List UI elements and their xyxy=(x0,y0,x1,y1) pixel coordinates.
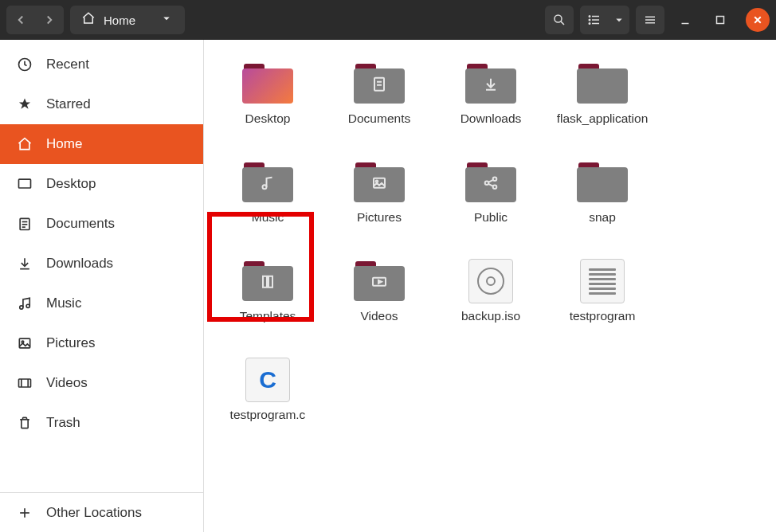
sidebar-item-videos[interactable]: Videos xyxy=(0,363,203,403)
music-icon xyxy=(16,295,33,311)
svg-marker-46 xyxy=(378,280,382,284)
folder-flask-application[interactable]: flask_application xyxy=(547,56,658,151)
folder-music[interactable]: Music xyxy=(212,155,323,250)
share-icon xyxy=(481,174,500,196)
folder-icon xyxy=(465,162,516,202)
sidebar-item-label: Videos xyxy=(46,375,88,391)
search-button[interactable] xyxy=(545,6,574,34)
nav-buttons xyxy=(6,6,64,34)
file-testprogram-c[interactable]: C testprogram.c xyxy=(212,352,323,448)
sidebar-item-label: Other Locations xyxy=(46,505,142,521)
file-backup-iso[interactable]: backup.iso xyxy=(435,253,547,349)
text-file-icon xyxy=(580,259,625,303)
file-label: Templates xyxy=(240,309,296,324)
sidebar-item-trash[interactable]: Trash xyxy=(0,403,203,443)
svg-point-0 xyxy=(555,15,562,22)
sidebar-item-label: Starred xyxy=(46,96,91,112)
file-label: Downloads xyxy=(461,111,522,127)
sidebar-item-label: Home xyxy=(46,136,82,152)
svg-point-39 xyxy=(485,182,489,186)
svg-point-38 xyxy=(493,178,497,182)
home-icon xyxy=(16,136,33,152)
sidebar-item-music[interactable]: Music xyxy=(0,284,203,323)
view-group xyxy=(580,6,629,34)
file-label: Documents xyxy=(348,111,410,127)
clock-icon xyxy=(16,57,33,72)
sidebar-item-documents[interactable]: Documents xyxy=(0,204,203,244)
pictures-icon xyxy=(16,335,33,351)
folder-downloads[interactable]: Downloads xyxy=(435,56,547,151)
folder-documents[interactable]: Documents xyxy=(323,56,435,151)
sidebar-item-label: Recent xyxy=(46,57,89,72)
minimize-button[interactable] xyxy=(671,6,700,34)
sidebar-item-label: Pictures xyxy=(46,335,95,351)
sidebar-item-label: Trash xyxy=(46,415,80,431)
folder-icon xyxy=(242,162,293,202)
file-testprogram[interactable]: testprogram xyxy=(547,253,658,349)
forward-button[interactable] xyxy=(35,6,64,34)
iso-file-icon xyxy=(468,259,513,303)
main-file-grid: Desktop Documents Downloads flask_applic… xyxy=(204,40,776,532)
file-label: flask_application xyxy=(557,111,649,127)
file-label: Public xyxy=(474,210,508,225)
svg-rect-26 xyxy=(19,379,31,387)
sidebar-item-desktop[interactable]: Desktop xyxy=(0,164,203,204)
sidebar-item-recent[interactable]: Recent xyxy=(0,45,203,84)
folder-snap[interactable]: snap xyxy=(547,155,658,250)
sidebar-item-label: Documents xyxy=(46,216,115,232)
close-button[interactable] xyxy=(746,8,770,32)
body: Recent Starred Home Desktop Documents xyxy=(0,40,776,532)
sidebar-item-home[interactable]: Home xyxy=(0,124,203,164)
folder-pictures[interactable]: Pictures xyxy=(323,155,435,250)
sidebar-item-other-locations[interactable]: Other Locations xyxy=(0,492,203,532)
documents-icon xyxy=(16,216,33,232)
svg-line-42 xyxy=(488,184,493,186)
trash-icon xyxy=(16,415,33,431)
folder-desktop[interactable]: Desktop xyxy=(212,56,323,151)
svg-rect-24 xyxy=(19,338,29,348)
titlebar: Home xyxy=(0,0,776,40)
svg-line-1 xyxy=(561,22,564,25)
svg-point-5 xyxy=(589,16,590,18)
sidebar-item-starred[interactable]: Starred xyxy=(0,84,203,124)
folder-public[interactable]: Public xyxy=(435,155,547,250)
home-icon xyxy=(81,11,96,29)
folder-icon xyxy=(242,64,293,104)
star-icon xyxy=(16,96,33,112)
back-button[interactable] xyxy=(6,6,35,34)
folder-icon xyxy=(242,261,293,301)
svg-point-7 xyxy=(589,23,590,25)
videos-icon xyxy=(16,375,33,391)
sidebar-item-downloads[interactable]: Downloads xyxy=(0,244,203,284)
c-file-icon: C xyxy=(245,358,290,402)
list-view-button[interactable] xyxy=(580,6,609,34)
file-label: Desktop xyxy=(245,111,291,127)
view-dropdown-button[interactable] xyxy=(609,6,629,34)
svg-rect-43 xyxy=(263,276,267,288)
path-bar[interactable]: Home xyxy=(70,6,185,34)
folder-icon xyxy=(354,162,405,202)
file-label: Pictures xyxy=(357,210,402,225)
download-icon xyxy=(481,75,500,97)
folder-templates[interactable]: Templates xyxy=(212,253,323,349)
folder-videos[interactable]: Videos xyxy=(323,253,435,349)
sidebar: Recent Starred Home Desktop Documents xyxy=(0,40,204,532)
disc-icon xyxy=(477,268,504,295)
maximize-button[interactable] xyxy=(706,6,735,34)
folder-icon xyxy=(577,64,628,104)
folder-icon xyxy=(354,261,405,301)
c-letter-icon: C xyxy=(259,366,276,393)
plus-icon xyxy=(16,505,33,521)
sidebar-item-pictures[interactable]: Pictures xyxy=(0,323,203,363)
svg-rect-44 xyxy=(268,276,272,288)
svg-point-6 xyxy=(589,19,590,21)
file-label: Videos xyxy=(360,309,398,324)
documents-icon xyxy=(370,75,389,97)
music-icon xyxy=(258,174,277,196)
sidebar-item-label: Desktop xyxy=(46,176,96,192)
folder-icon xyxy=(354,64,405,104)
svg-line-41 xyxy=(488,180,493,182)
file-label: testprogram xyxy=(570,309,636,324)
svg-point-40 xyxy=(493,186,497,190)
hamburger-menu-button[interactable] xyxy=(636,6,664,34)
